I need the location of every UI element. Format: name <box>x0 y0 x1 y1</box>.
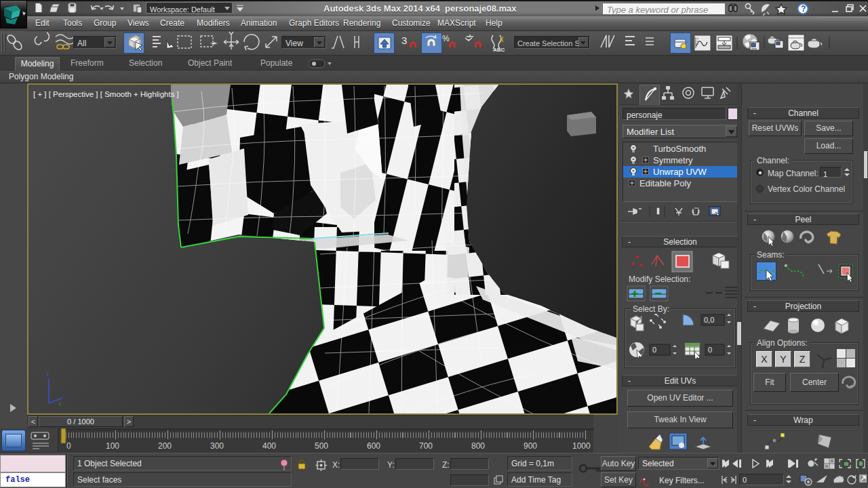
svg-text:0,0: 0,0 <box>704 316 714 324</box>
svg-text:0: 0 <box>66 441 71 451</box>
svg-text:900: 900 <box>524 441 537 451</box>
svg-text:x: x <box>58 401 62 407</box>
svg-text:%: % <box>442 34 450 43</box>
svg-text:800: 800 <box>471 441 485 451</box>
svg-text:[ + ] [ Perspective ] [ Smooth: [ + ] [ Perspective ] [ Smooth + Highlig… <box>33 90 179 98</box>
svg-text:0: 0 <box>708 346 712 354</box>
svg-text:3: 3 <box>401 35 407 46</box>
svg-text:0: 0 <box>652 346 656 354</box>
svg-text:200: 200 <box>158 441 172 451</box>
svg-text:700: 700 <box>419 441 433 451</box>
svg-text:400: 400 <box>262 441 276 451</box>
svg-text:300: 300 <box>210 441 224 451</box>
svg-text:?: ? <box>801 4 806 14</box>
svg-text:100: 100 <box>106 441 119 451</box>
svg-text:ABC: ABC <box>493 47 505 53</box>
svg-text:600: 600 <box>367 441 380 451</box>
svg-text:1000: 1000 <box>572 441 591 451</box>
svg-text:z: z <box>46 371 50 378</box>
svg-text:500: 500 <box>315 441 328 451</box>
